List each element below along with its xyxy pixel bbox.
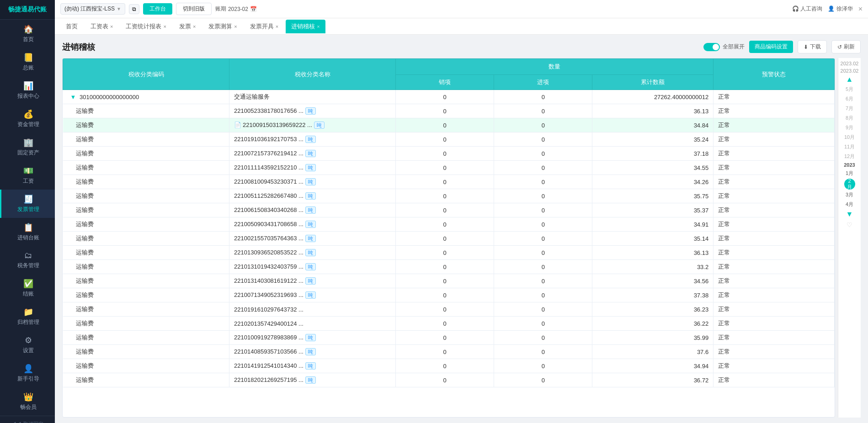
cell-purchase: 0 <box>494 288 592 302</box>
month-3[interactable]: 3月 <box>838 190 861 200</box>
tab-salary[interactable]: 工资表 × <box>85 20 118 33</box>
unit-tag: 吨 <box>305 249 316 256</box>
cell-sale: 0 <box>396 232 494 246</box>
cell-sale: 0 <box>396 359 494 373</box>
sidebar-label-report: 报表中心 <box>17 92 39 100</box>
table-row: ▼ 301000000000000000 交通运输服务 0 0 27262.40… <box>63 90 835 104</box>
download-icon: ⬇ <box>804 44 808 50</box>
table-row: 运输费 2210100919278983869 ... 吨 0 0 35.99 … <box>63 331 835 345</box>
calendar-icon[interactable]: 📅 <box>250 6 257 12</box>
tab-home[interactable]: 首页 <box>60 20 83 33</box>
company-selector[interactable]: (勿动) 江西报宝-LSS ▼ <box>60 3 125 15</box>
switch-version-button[interactable]: 切到旧版 <box>176 3 212 15</box>
cell-purchase: 0 <box>494 359 592 373</box>
workbench-button[interactable]: 工作台 <box>143 3 172 15</box>
month-5[interactable]: 5月 <box>838 85 861 94</box>
cell-sale: 0 <box>396 118 494 132</box>
month-4[interactable]: 4月 <box>838 200 861 209</box>
cell-purchase: 0 <box>494 161 592 175</box>
month-7[interactable]: 7月 <box>838 104 861 113</box>
download-button[interactable]: ⬇ 下载 <box>798 40 827 53</box>
toggle-switch[interactable] <box>703 43 720 51</box>
settle-icon: ✅ <box>23 279 33 289</box>
refresh-button[interactable]: ↺ 刷新 <box>831 40 861 53</box>
cell-accum: 35.24 <box>592 132 714 147</box>
expand-toggle[interactable]: 全部展开 <box>703 43 745 51</box>
cell-item-name: 运输费 <box>63 232 229 246</box>
cell-sale: 0 <box>396 373 494 387</box>
cell-status: 正常 <box>714 317 835 331</box>
month-8[interactable]: 8月 <box>838 113 861 123</box>
tab-invoice-open[interactable]: 发票开具 × <box>245 20 284 33</box>
copy-icon: ⧉ <box>132 6 136 12</box>
user-info: 👤 徐泽华 <box>828 5 852 13</box>
cell-sale: 0 <box>396 260 494 274</box>
sidebar-item-ledger[interactable]: 📒 总账 <box>0 48 55 76</box>
favorite-icon[interactable]: ♡ <box>845 219 854 230</box>
sidebar-item-settings[interactable]: ⚙ 设置 <box>0 331 55 359</box>
cell-tax-code: 2210050903431708658 ... 吨 <box>229 217 396 232</box>
refresh-icon: ↺ <box>837 44 842 50</box>
table-row: 运输费 2210111143592152210 ... 吨 0 0 34.55 … <box>63 161 835 175</box>
tab-invoice-calc[interactable]: 发票测算 × <box>203 20 242 33</box>
sidebar-item-member[interactable]: 👑 畅会员 <box>0 387 55 416</box>
cell-sale: 0 <box>396 274 494 288</box>
sidebar-item-guide[interactable]: 👤 新手引导 <box>0 359 55 387</box>
sidebar-item-settle[interactable]: ✅ 结账 <box>0 274 55 302</box>
tab-sales-check[interactable]: 进销稽核 × <box>286 20 325 33</box>
month-1[interactable]: 1月 <box>838 169 861 178</box>
cell-sale: 0 <box>396 302 494 317</box>
scroll-up-button[interactable]: ▲ <box>845 74 854 85</box>
product-code-setting-button[interactable]: 商品编码设置 <box>749 41 793 53</box>
close-tab-salary-report[interactable]: × <box>163 24 166 29</box>
cell-purchase: 0 <box>494 203 592 217</box>
cell-purchase: 0 <box>494 331 592 345</box>
cell-purchase: 0 <box>494 246 592 260</box>
sidebar-item-invoice[interactable]: 🧾 发票管理 <box>0 190 55 218</box>
sidebar-item-capital[interactable]: 💰 资金管理 <box>0 105 55 133</box>
sidebar-item-home[interactable]: 🏠 首页 <box>0 20 55 48</box>
month-9[interactable]: 9月 <box>838 123 861 132</box>
cell-code: ▼ 301000000000000000 <box>63 90 229 104</box>
close-tab-sales-check[interactable]: × <box>317 24 320 29</box>
sidebar-item-salary[interactable]: 💵 工资 <box>0 161 55 190</box>
unit-tag: 吨 <box>305 192 316 200</box>
support-link[interactable]: 🎧 人工咨询 <box>792 5 822 13</box>
month-2-active[interactable]: 2月 <box>844 179 855 190</box>
col-tax-name-header: 税收分类名称 <box>229 59 396 90</box>
cell-purchase: 0 <box>494 189 592 203</box>
sidebar-unpin[interactable]: ◀◀ 取消固定 <box>0 416 55 423</box>
sidebar-item-tax[interactable]: 🗂 税务管理 <box>0 246 55 274</box>
sidebar-item-archive[interactable]: 📁 归档管理 <box>0 302 55 331</box>
close-tab-invoice-calc[interactable]: × <box>234 24 237 29</box>
cell-accum: 35.14 <box>592 232 714 246</box>
sidebar: 畅捷通易代账 🏠 首页 📒 总账 📊 报表中心 💰 资金管理 🏢 固定资产 💵 … <box>0 0 55 423</box>
tab-invoice[interactable]: 发票 × <box>174 20 201 33</box>
sidebar-item-sales[interactable]: 📋 进销台账 <box>0 218 55 246</box>
tab-salary-report[interactable]: 工资统计报表 × <box>120 20 171 33</box>
copy-button[interactable]: ⧉ <box>129 4 139 14</box>
table-row: 运输费 2210131403081619122 ... 吨 0 0 34.56 … <box>63 274 835 288</box>
cell-purchase: 0 <box>494 317 592 331</box>
scroll-down-button[interactable]: ▼ <box>845 209 854 219</box>
month-11[interactable]: 11月 <box>838 142 861 152</box>
table-row: 运输费 2210050903431708658 ... 吨 0 0 34.91 … <box>63 217 835 232</box>
month-6[interactable]: 6月 <box>838 94 861 104</box>
tab-salary-label: 工资表 <box>91 22 108 31</box>
expand-icon[interactable]: ▼ <box>70 94 76 100</box>
close-tab-salary[interactable]: × <box>110 24 113 29</box>
cell-status: 正常 <box>714 203 835 217</box>
close-tab-invoice[interactable]: × <box>193 24 196 29</box>
topbar: (勿动) 江西报宝-LSS ▼ ⧉ 工作台 切到旧版 账期 2023-02 📅 … <box>55 0 868 18</box>
cell-item-name: 运输费 <box>63 132 229 147</box>
sidebar-label-capital: 资金管理 <box>17 121 39 128</box>
table-row: 运输费 2210191036192170753 ... 吨 0 0 35.24 … <box>63 132 835 147</box>
sidebar-item-report[interactable]: 📊 报表中心 <box>0 76 55 105</box>
close-tab-invoice-open[interactable]: × <box>276 24 278 29</box>
month-12[interactable]: 12月 <box>838 152 861 161</box>
close-button[interactable]: × <box>858 5 863 13</box>
guide-icon: 👤 <box>23 364 33 374</box>
month-10[interactable]: 10月 <box>838 132 861 142</box>
sidebar-item-asset[interactable]: 🏢 固定资产 <box>0 133 55 161</box>
unit-tag: 吨 <box>305 235 316 242</box>
